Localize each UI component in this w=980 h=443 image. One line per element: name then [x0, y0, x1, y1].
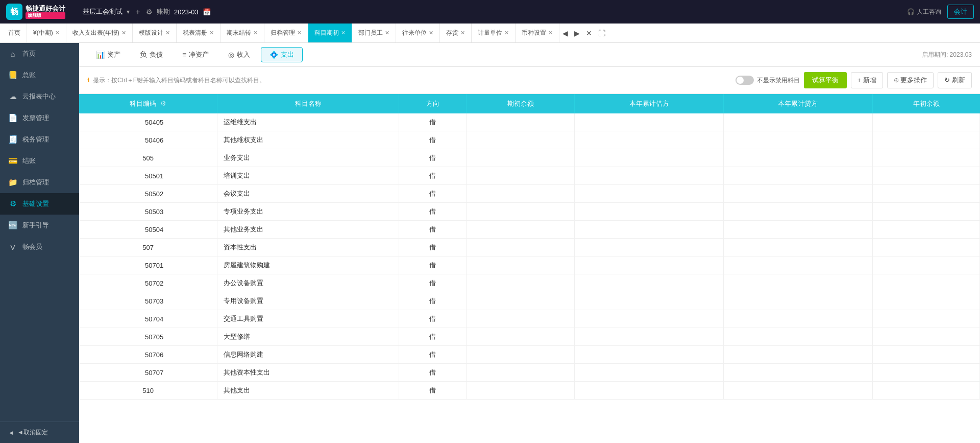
table-row[interactable]: 50503专项业务支出借	[79, 203, 980, 221]
service-button[interactable]: 🎧 人工咨询	[907, 8, 941, 16]
tab-unit[interactable]: 计量单位✕	[472, 24, 516, 43]
table-row[interactable]: 50504其他业务支出借	[79, 221, 980, 239]
cell-opening	[467, 239, 575, 257]
table-row[interactable]: 50406其他维权支出借	[79, 131, 980, 149]
tab-period-end-close[interactable]: ✕	[253, 30, 258, 36]
table-row[interactable]: 505业务支出借	[79, 149, 980, 167]
tab-period-end[interactable]: 期末结转✕	[220, 24, 264, 43]
report-icon: ☁	[8, 92, 17, 101]
tab-currency[interactable]: 币种设置✕	[516, 24, 559, 43]
sidebar-item-checkout[interactable]: 💳 结账	[0, 150, 79, 172]
tab-inventory[interactable]: 存货✕	[440, 24, 472, 43]
tab-inventory-label: 存货	[446, 29, 458, 37]
tab-template-close[interactable]: ✕	[165, 30, 170, 36]
tab-home[interactable]: 首页	[2, 24, 27, 43]
table-row[interactable]: 507资本性支出借	[79, 239, 980, 257]
tab-template[interactable]: 模版设计✕	[133, 24, 177, 43]
table-row[interactable]: 50502会议支出借	[79, 185, 980, 203]
sidebar-item-tax[interactable]: 🧾 税务管理	[0, 129, 79, 150]
cell-code: 50501	[79, 167, 217, 185]
company-dropdown-icon[interactable]: ▾	[127, 8, 130, 15]
table-row[interactable]: 50501培训支出借	[79, 167, 980, 185]
tab-tax-clear[interactable]: 税表清册✕	[177, 24, 220, 43]
table-row[interactable]: 50701房屋建筑物购建借	[79, 257, 980, 274]
sidebar-item-invoice[interactable]: 📄 发票管理	[0, 107, 79, 129]
table-row[interactable]: 510其他支出借	[79, 382, 980, 400]
sidebar-item-archive[interactable]: 📁 归档管理	[0, 172, 79, 193]
tab-counterpart-close[interactable]: ✕	[429, 30, 433, 36]
table-row[interactable]: 50703专用设备购置借	[79, 292, 980, 310]
sub-tab-liability[interactable]: 负 负债	[131, 47, 172, 62]
cell-direction: 借	[399, 113, 467, 131]
sub-tab-net-asset[interactable]: ≡ 净资产	[174, 47, 217, 62]
tab-nav-left[interactable]: ◀	[559, 24, 571, 43]
calendar-icon[interactable]: 📅	[203, 8, 211, 16]
table-row[interactable]: 50707其他资本性支出借	[79, 364, 980, 382]
balance-button[interactable]: 试算平衡	[804, 72, 847, 88]
cell-ytd-credit	[723, 239, 872, 257]
cell-direction: 借	[399, 328, 467, 346]
table-row[interactable]: 50702办公设备购置借	[79, 274, 980, 292]
table-row[interactable]: 50405运维维支出借	[79, 113, 980, 131]
tab-inventory-close[interactable]: ✕	[460, 30, 465, 36]
more-button[interactable]: ⊕ 更多操作	[887, 72, 934, 88]
cell-ytd-debit	[575, 310, 724, 328]
tab-income-annual[interactable]: 收入支出表(年报)✕	[66, 24, 133, 43]
add-button[interactable]: + 新增	[851, 72, 883, 88]
toggle-label: 不显示禁用科目	[757, 76, 800, 85]
sub-tab-asset[interactable]: 📊 资产	[87, 47, 129, 62]
sidebar-guide-label: 新手引导	[22, 221, 49, 230]
tab-currency-close[interactable]: ✕	[548, 30, 553, 36]
sidebar-item-ledger[interactable]: 📒 总账	[0, 64, 79, 86]
sidebar-item-guide[interactable]: 🆕 新手引导	[0, 215, 79, 236]
logo-icon: 畅	[6, 4, 22, 20]
tab-archive[interactable]: 归档管理✕	[264, 24, 308, 43]
cell-code: 50502	[79, 185, 217, 203]
col-settings-icon[interactable]: ⚙	[160, 100, 166, 107]
cell-ytd-debit	[575, 221, 724, 239]
tab-subject-init-close[interactable]: ✕	[341, 30, 346, 36]
cell-year-open	[872, 274, 979, 292]
tab-income-annual-close[interactable]: ✕	[121, 30, 126, 36]
tab-counterpart[interactable]: 往来单位✕	[396, 24, 440, 43]
sidebar-item-home[interactable]: ⌂ 首页	[0, 43, 79, 64]
tab-archive-close[interactable]: ✕	[297, 30, 302, 36]
table-row[interactable]: 50706信息网络购建借	[79, 346, 980, 364]
sidebar-item-report[interactable]: ☁ 云报表中心	[0, 86, 79, 107]
col-code: 科目编码 ⚙	[79, 94, 217, 113]
tab-balance-interim-label: ¥(中期)	[33, 29, 53, 37]
tab-balance-interim-close[interactable]: ✕	[55, 30, 60, 36]
toggle-disabled-subjects[interactable]: 不显示禁用科目	[736, 76, 800, 85]
add-company-icon[interactable]: ＋	[134, 7, 142, 17]
table-row[interactable]: 50704交通工具购置借	[79, 310, 980, 328]
tab-tax-clear-close[interactable]: ✕	[209, 30, 214, 36]
settings-icon[interactable]: ⚙	[146, 8, 153, 16]
headset-icon: 🎧	[907, 8, 915, 15]
tab-unit-close[interactable]: ✕	[504, 30, 509, 36]
period-value: 2023-03	[174, 8, 199, 16]
col-ytd-credit: 本年累计贷方	[723, 94, 872, 113]
tab-expand[interactable]: ⛶	[595, 24, 608, 43]
tab-period-end-label: 期末结转	[227, 29, 251, 37]
tab-subject-init[interactable]: 科目期初✕	[308, 24, 352, 43]
tab-unit-label: 计量单位	[478, 29, 502, 37]
sub-tab-expenditure[interactable]: 💠 支出	[261, 47, 303, 62]
sub-tab-income[interactable]: ◎ 收入	[219, 47, 259, 62]
cell-opening	[467, 131, 575, 149]
tab-department[interactable]: 部门员工✕	[352, 24, 396, 43]
tab-balance-interim[interactable]: ¥(中期)✕	[27, 24, 66, 43]
tab-close-all[interactable]: ✕	[583, 24, 595, 43]
sidebar-item-member[interactable]: V 畅会员	[0, 236, 79, 258]
sidebar-collapse-btn[interactable]: ◄ ◄取消固定	[0, 422, 79, 443]
cell-ytd-debit	[575, 292, 724, 310]
account-button[interactable]: 会计	[947, 5, 974, 19]
cell-opening	[467, 292, 575, 310]
sidebar-item-basic[interactable]: ⚙ 基础设置	[0, 193, 79, 215]
cell-code: 50503	[79, 203, 217, 221]
cell-code: 50701	[79, 257, 217, 274]
tab-department-close[interactable]: ✕	[385, 30, 389, 36]
table-row[interactable]: 50705大型修缮借	[79, 328, 980, 346]
refresh-button[interactable]: ↻ 刷新	[938, 72, 972, 88]
tab-nav-right[interactable]: ▶	[571, 24, 583, 43]
cell-year-open	[872, 131, 979, 149]
